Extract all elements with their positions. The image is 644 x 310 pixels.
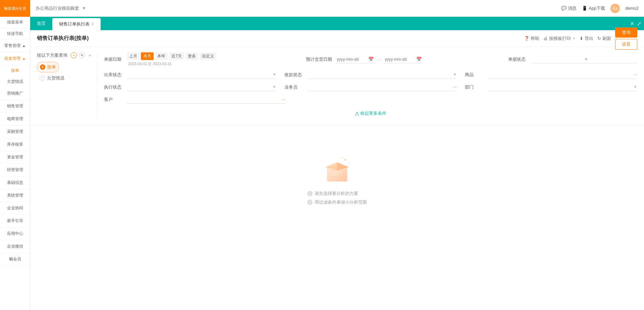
sidebar-item-label: 经营管理 [7, 167, 23, 172]
salesperson-input-wrap[interactable]: ··· [307, 83, 457, 91]
sidebar-item-retail[interactable]: 零售管理 ▲ [0, 40, 30, 52]
window-close-icon[interactable]: ✕ [630, 20, 634, 27]
date-this-year-button[interactable]: 本年 [155, 52, 168, 60]
date-last-month-button[interactable]: 上月 [127, 52, 140, 60]
collapse-panel-button[interactable]: « [87, 52, 93, 58]
sidebar-item-label: 资金管理 [7, 155, 23, 159]
edit-scheme-button[interactable]: ✎ [79, 52, 85, 58]
avatar[interactable]: Ea [610, 4, 620, 13]
filter-field-exec-status: 执行状态 ▼ [104, 83, 276, 91]
calendar-end-icon[interactable]: 📅 [416, 57, 422, 62]
message-button[interactable]: 💬 消息 [561, 5, 577, 11]
bill-status-label: 单据状态 [508, 56, 528, 62]
sidebar-item-operation[interactable]: 经营管理 [0, 164, 30, 176]
scheme-debt-item[interactable]: ○ 欠货情况 [37, 74, 93, 83]
help-button[interactable]: ❓ 帮助 [524, 36, 539, 42]
expected-date-end-input[interactable] [385, 57, 415, 62]
sidebar-item-appstore[interactable]: 应用中心 [0, 227, 30, 240]
breadcrumb-arrow-icon[interactable]: ▼ [82, 6, 86, 11]
out-status-input[interactable] [127, 72, 272, 77]
sidebar-item-newbie[interactable]: 新手引导 [0, 215, 30, 227]
department-select[interactable]: ▼ [488, 83, 637, 91]
sidebar-item-marketing[interactable]: 营销推广 [0, 87, 30, 100]
bill-date-label: 单据日期 [104, 56, 124, 62]
sidebar-quick-nav[interactable]: 快捷导航 [0, 28, 30, 40]
receive-status-select[interactable]: ▼ [307, 71, 457, 79]
hint-text-1: 请先选择要分析的方案 [315, 191, 358, 197]
salesperson-more-icon[interactable]: ··· [453, 84, 457, 90]
sidebar-item-sales[interactable]: 销售管理 [0, 100, 30, 113]
product-input-wrap[interactable]: ··· [488, 70, 637, 79]
sidebar-item-enterprise[interactable]: 企业协同 [0, 202, 30, 215]
out-status-label: 出库状态 [104, 72, 124, 78]
add-scheme-button[interactable]: + [71, 52, 77, 58]
page-title-bar: 销售订单执行表(按单) ❓ 帮助 🖨 按模板打印 ▼ ⬇ 导出 ↻ 刷新 [30, 30, 644, 47]
sidebar-subitem-debt[interactable]: 欠货情况 [0, 76, 30, 87]
sidebar-item-purchase[interactable]: 采购管理 [0, 125, 30, 138]
calendar-start-icon[interactable]: 📅 [368, 57, 374, 62]
sidebar-item-basic[interactable]: 基础信息 [0, 176, 30, 189]
customer-label: 客户 [104, 97, 124, 103]
exec-status-label: 执行状态 [104, 84, 124, 90]
message-icon: 💬 [561, 6, 567, 11]
exec-status-select[interactable]: ▼ [127, 83, 276, 91]
date-custom-button[interactable]: 自定义 [200, 52, 216, 60]
export-button[interactable]: ⬇ 导出 [580, 36, 593, 42]
sidebar-item-label: 营销推广 [7, 91, 23, 96]
salesperson-input[interactable] [307, 85, 451, 90]
sidebar-item-member[interactable]: 畅会员 [0, 253, 30, 266]
customer-input-wrap[interactable]: ··· [127, 95, 285, 104]
sidebar-item-inventory[interactable]: 库存核算 [0, 138, 30, 151]
arrow-icon: ▲ [22, 57, 25, 60]
bill-status-select[interactable]: ▼ [531, 55, 638, 63]
expected-date-label: 预计交货日期 [306, 56, 333, 62]
app-download-button[interactable]: 📱 App下载 [582, 5, 605, 11]
receive-status-label: 收款状态 [284, 72, 305, 78]
scheme-plan-item[interactable]: ● 按单 [37, 62, 59, 72]
sidebar-item-wechat[interactable]: 企业微信 [0, 240, 30, 253]
empty-illustration [320, 153, 354, 187]
exec-status-input[interactable] [127, 85, 272, 90]
window-expand-icon[interactable]: ⤢ [637, 20, 641, 27]
sidebar-item-label: 基础信息 [7, 180, 23, 185]
app-label: App下载 [589, 5, 605, 11]
print-button[interactable]: 🖨 按模板打印 ▼ [543, 36, 576, 42]
filter-field-customer: 客户 ··· [104, 95, 285, 104]
page-content: 销售订单执行表(按单) ❓ 帮助 🖨 按模板打印 ▼ ⬇ 导出 ↻ 刷新 [30, 30, 644, 310]
date-this-month-button[interactable]: 本月 [141, 52, 154, 60]
refresh-button[interactable]: ↻ 刷新 [597, 36, 611, 42]
tab-close-icon[interactable]: × [92, 22, 94, 27]
sidebar: 畅捷通好生意 搜索菜单 快捷导航 零售管理 ▲ 批发管理 ▲ 按单 欠货情况 营… [0, 0, 30, 310]
sidebar-subitem-plan-order[interactable]: 按单 [0, 65, 30, 76]
refresh-icon: ↻ [597, 36, 601, 41]
query-button[interactable]: 查询 [615, 28, 637, 38]
customer-more-icon[interactable]: ··· [281, 97, 285, 102]
expected-date-start-input[interactable] [337, 57, 367, 62]
product-input[interactable] [488, 72, 632, 77]
receive-status-input[interactable] [307, 72, 453, 77]
sidebar-item-system[interactable]: 系统管理 [0, 189, 30, 202]
filter-field-bill-date: 单据日期 上月 本月 本年 近7天 更多 自定义 2023-03-01 至 20… [104, 52, 298, 66]
exec-status-dropdown-icon: ▼ [272, 85, 276, 89]
tab-sales-order[interactable]: 销售订单执行表 × [52, 18, 101, 30]
out-status-select[interactable]: ▼ [127, 71, 276, 79]
setting-button[interactable]: 设置 [615, 39, 637, 50]
tab-home[interactable]: 首页 [30, 17, 52, 30]
salesperson-label: 业务员 [284, 84, 305, 90]
date-last7-button[interactable]: 近7天 [169, 52, 184, 60]
date-more-button[interactable]: 更多 [185, 52, 198, 60]
empty-text-list: 1 请先选择要分析的方案 2 用过滤条件来缩小分析范围 [307, 191, 367, 205]
page-title: 销售订单执行表(按单) [37, 35, 89, 42]
sidebar-item-label: 零售管理 [4, 43, 20, 48]
sidebar-item-finance[interactable]: 资金管理 [0, 151, 30, 164]
department-input[interactable] [488, 85, 633, 90]
hint-number-2: 2 [307, 200, 313, 205]
sidebar-item-wholesale[interactable]: 批发管理 ▲ [0, 52, 30, 65]
expected-date-range: 📅 — 📅 [335, 55, 423, 63]
sidebar-item-ecommerce[interactable]: 电商管理 [0, 113, 30, 125]
date-range-display: 2023-03-01 至 2023-03-31 [128, 61, 298, 66]
sidebar-search[interactable]: 搜索菜单 [0, 17, 30, 28]
customer-input[interactable] [127, 97, 280, 102]
collapse-more-button[interactable]: ⋀ 收起更多条件 [104, 108, 637, 118]
product-more-icon[interactable]: ··· [633, 72, 637, 77]
